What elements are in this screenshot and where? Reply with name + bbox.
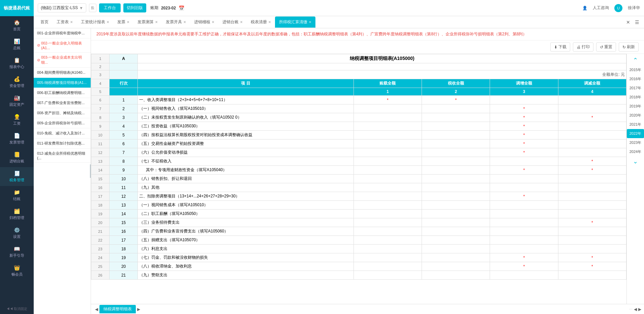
sidebar-item-invoice[interactable]: 📄 发票管理 <box>0 129 34 148</box>
tab-invoice-calc[interactable]: 发票测算 ✕ <box>133 17 162 28</box>
tab-close-purchsale-ledger[interactable]: ✕ <box>240 20 243 24</box>
purchsale-icon: 📒 <box>14 152 20 158</box>
year-item-2018[interactable]: 2018年 <box>627 93 644 102</box>
scroll-right-btn[interactable]: ▶ <box>638 307 641 312</box>
table-scroll-area[interactable]: 1 A 纳税调整项目明细表(A105000) 2 3 <box>91 54 626 304</box>
sidebar-item-purchsale[interactable]: 📒 进销台账 <box>0 148 34 167</box>
left-panel-item-011[interactable]: 011-研发费用加计扣除优惠... <box>34 138 91 149</box>
year-item-2023[interactable]: 2023年 <box>627 138 644 147</box>
sidebar-item-home[interactable]: 🏠 首页 <box>0 16 34 35</box>
refresh-button[interactable]: ↻ 刷新 <box>619 42 639 52</box>
year-item-2019[interactable]: 2019年 <box>627 102 644 111</box>
tab-close-all[interactable]: ✕ <box>623 18 633 26</box>
sidebar-item-assets[interactable]: 🏭 固定资产 <box>0 92 34 111</box>
payroll-icon: 👷 <box>14 114 20 120</box>
scroll-dots: ⋯ <box>629 307 633 311</box>
tab-close-tax-list[interactable]: ✕ <box>268 20 271 24</box>
tab-menu[interactable]: ☰ <box>633 18 641 26</box>
sidebar-item-reports[interactable]: 📋 报表中心 <box>0 54 34 73</box>
left-panel-item-010[interactable]: 010-免税、减计收入及加计... <box>34 128 91 138</box>
left-panel-item-004[interactable]: 004-期间费用明细表(A1040... <box>34 68 91 78</box>
sidebar: 畅捷通易代账 🏠 首页 📊 总账 📋 报表中心 💰 资金管理 🏭 固定资产 👷 … <box>0 0 34 314</box>
print-button[interactable]: 🖨 打印 <box>573 42 593 52</box>
support-text[interactable]: 人工咨询 <box>593 5 609 11</box>
tab-close-purchsale-check[interactable]: ✕ <box>212 20 214 24</box>
left-panel-item-003[interactable]: ⊘ 003-一般企业成本支出明细... <box>34 53 91 68</box>
tab-invoice-open[interactable]: 发票开具 ✕ <box>162 17 190 28</box>
sidebar-item-payroll[interactable]: 👷 工资 <box>0 111 34 129</box>
bottom-tab-active[interactable]: 纳税调整明细表 <box>99 305 136 313</box>
year-item-2017[interactable]: 2017年 <box>627 84 644 93</box>
sidebar-item-finance[interactable]: 💰 资金管理 <box>0 73 34 92</box>
copy-icon[interactable]: ⎘ <box>89 4 96 12</box>
tab-close-invoice-open[interactable]: ✕ <box>183 20 186 24</box>
sidebar-item-vip[interactable]: 👑 畅会员 <box>0 261 34 280</box>
left-panel-item-012[interactable]: 012-减免企业所得税优惠明细(... <box>34 149 91 163</box>
calendar-icon: 📅 <box>179 5 184 11</box>
table-row: 11 6 （五）交易性金融资产初始投资调整 * <box>91 139 626 148</box>
left-panel-item-008[interactable]: 008-资产折旧、摊销及纳税... <box>34 108 91 118</box>
tab-invoice[interactable]: 发票 ✕ <box>113 17 133 28</box>
tab-close-invoice-calc[interactable]: ✕ <box>155 20 158 24</box>
tab-purchsale-ledger[interactable]: 进销台账 ✕ <box>218 17 247 28</box>
tab-enterprise-tax[interactable]: 所得税汇算清缴 ✕ <box>275 17 315 28</box>
year-item-2020[interactable]: 2020年 <box>627 111 644 120</box>
tab-home[interactable]: 首页 <box>36 17 53 28</box>
refresh-icon: ↻ <box>622 45 626 50</box>
year-item-2021[interactable]: 2021年 <box>627 120 644 129</box>
year-nav-down[interactable]: ⌄ <box>632 156 639 166</box>
sidebar-item-settings[interactable]: ⚙️ 设置 <box>0 224 34 243</box>
company-dropdown-icon: ▼ <box>79 6 83 10</box>
guide-icon: 📖 <box>14 246 20 252</box>
tabs-bar: 首页 工资表 ✕ 工资统计报表 ✕ 发票 ✕ 发票测算 ✕ 发票开具 ✕ 进销稽… <box>34 16 644 28</box>
sidebar-item-ledger[interactable]: 📊 总账 <box>0 35 34 54</box>
tab-payroll-stats[interactable]: 工资统计报表 ✕ <box>77 17 113 28</box>
sidebar-item-close[interactable]: 📁 结账 <box>0 186 34 205</box>
left-panel-item-006[interactable]: 006-职工薪酬纳税调整明细... <box>34 88 91 98</box>
left-panel-item-007[interactable]: 007-广告费和业务宣传费附... <box>34 98 91 108</box>
tab-close-invoice[interactable]: ✕ <box>127 20 129 24</box>
sidebar-item-guide[interactable]: 📖 新手引导 <box>0 243 34 261</box>
sidebar-unpin[interactable]: ◀◀ 取消固定 <box>0 304 34 314</box>
tab-tax-list[interactable]: 税表清册 ✕ <box>247 17 275 28</box>
right-scroll-btn[interactable]: ▶ <box>136 306 142 312</box>
archive-icon: 🗂️ <box>14 208 20 214</box>
tab-close-payroll[interactable]: ✕ <box>70 20 73 24</box>
table-row: 21 16 （四）广告费和业务宣传费支出（填写A105060） <box>91 227 626 236</box>
reset-button[interactable]: ↺ 重置 <box>596 42 616 52</box>
year-item-2016[interactable]: 2016年 <box>627 74 644 84</box>
tab-close-payroll-stats[interactable]: ✕ <box>106 20 109 24</box>
scroll-left-btn[interactable]: ◀ <box>634 307 637 312</box>
year-panel: ⌃ 2015年 2016年 2017年 2018年 2019年 2020年 20… <box>626 54 644 304</box>
table-row: 13 8 （七）不征税收入 * <box>91 157 626 166</box>
left-panel-item-009[interactable]: 009-企业所得税弥补亏损明... <box>34 118 91 128</box>
table-row: 22 17 （五）捐赠支出（填写A105070） <box>91 236 626 245</box>
left-panel-item-005[interactable]: 005-纳税调整项目明细表(A1... <box>34 78 91 88</box>
tab-purchsale-check[interactable]: 进销稽核 ✕ <box>190 17 218 28</box>
workbench-button[interactable]: 工作台 <box>99 3 121 12</box>
download-button[interactable]: ⬇ 下载 <box>550 42 570 52</box>
main-table: 1 A 纳税调整项目明细表(A105000) 2 3 <box>91 54 626 280</box>
sidebar-item-archive[interactable]: 🗂️ 归档管理 <box>0 205 34 224</box>
year-nav-up[interactable]: ⌃ <box>632 55 639 65</box>
year-item-2015[interactable]: 2015年 <box>627 65 644 74</box>
year-item-2022[interactable]: 2022年 <box>627 129 644 138</box>
username[interactable]: 徐泽华 <box>628 5 640 11</box>
finance-icon: 💰 <box>14 76 20 82</box>
left-scroll-btn[interactable]: ◀ <box>94 306 99 312</box>
sidebar-item-tax[interactable]: 🧾 税务管理 <box>0 167 34 186</box>
main-area: (物副) 江西股宝-LSS ▼ ⎘ 工作台 切到旧版 账期 2023-02 📅 … <box>34 0 644 314</box>
left-panel-item-001[interactable]: 001-企业所得税年度纳税申... <box>34 28 91 38</box>
reports-icon: 📋 <box>14 57 20 63</box>
assets-icon: 🏭 <box>14 95 20 101</box>
tab-close-enterprise-tax[interactable]: ✕ <box>309 20 311 24</box>
close-period-icon: 📁 <box>14 189 20 195</box>
tab-payroll[interactable]: 工资表 ✕ <box>53 17 77 28</box>
company-selector[interactable]: (物副) 江西股宝-LSS ▼ <box>38 3 86 12</box>
year-item-2024[interactable]: 2024年 <box>627 147 644 156</box>
table-row: 19 14 （二）职工薪酬（填写A105050） <box>91 210 626 218</box>
left-panel-item-002[interactable]: ⊘ 002-一般企业收入明细表(A1... <box>34 38 91 53</box>
error-icon-002: ⊘ <box>37 43 40 48</box>
old-version-button[interactable]: 切到旧版 <box>123 3 146 12</box>
toolbar: ⬇ 下载 🖨 打印 ↺ 重置 ↻ 刷新 <box>91 40 644 54</box>
